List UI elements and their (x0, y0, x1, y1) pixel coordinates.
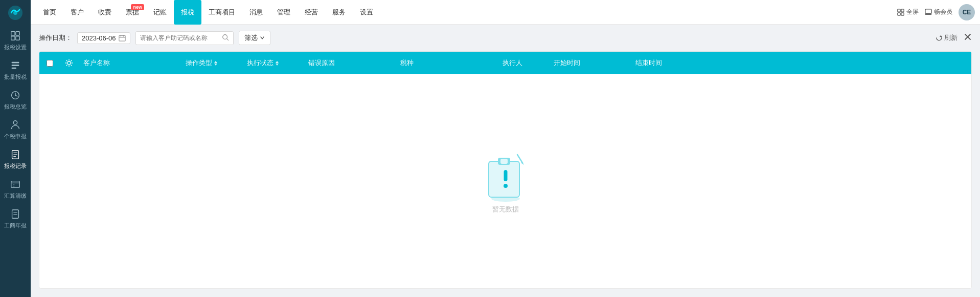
calendar-icon (119, 34, 126, 41)
filter-button[interactable]: 筛选 (239, 31, 270, 45)
svg-rect-8 (12, 68, 16, 69)
svg-rect-6 (12, 62, 19, 63)
topnav: 首页 客户 收费 票据 new 记账 报税 工商项目 消息 (31, 0, 980, 25)
svg-point-1 (13, 11, 17, 15)
svg-rect-15 (11, 181, 20, 188)
user-avatar[interactable]: CE (959, 4, 975, 20)
empty-text: 暂无数据 (492, 205, 519, 214)
svg-rect-22 (898, 9, 900, 11)
new-badge: new (131, 4, 144, 10)
table-header: 客户名称 操作类型 执行状态 错误原因 税种 执行人 (39, 52, 971, 74)
search-button[interactable] (218, 32, 233, 45)
nav-message[interactable]: 消息 (242, 0, 270, 25)
empty-state: 暂无数据 (39, 74, 971, 288)
settlement-icon (8, 178, 22, 190)
logo[interactable] (0, 0, 31, 26)
sidebar-item-personal-tax[interactable]: 个税申报 (0, 115, 31, 144)
nav-customer[interactable]: 客户 (63, 0, 91, 25)
tax-record-icon (8, 148, 22, 161)
filter-label: 筛选 (244, 33, 258, 43)
table-container: 客户名称 操作类型 执行状态 错误原因 税种 执行人 (39, 51, 972, 289)
svg-rect-3 (16, 32, 19, 35)
annual-report-icon (8, 208, 22, 220)
svg-rect-25 (901, 12, 904, 15)
sidebar-item-batch-tax[interactable]: 批量报税 (0, 55, 31, 85)
nav-bookkeeping[interactable]: 记账 (146, 0, 174, 25)
th-end-time: 结束时间 (630, 58, 702, 68)
search-input[interactable] (136, 32, 218, 44)
th-gear[interactable] (60, 59, 78, 67)
refresh-button[interactable]: 刷新 (935, 33, 958, 43)
sidebar-item-tax-overview[interactable]: 报税总览 (0, 85, 31, 115)
nav-manage[interactable]: 管理 (270, 0, 298, 25)
sidebar-item-annual-report[interactable]: 工商年报 (0, 204, 31, 234)
user-initials: CE (963, 9, 971, 16)
nav-operation[interactable]: 经营 (298, 0, 325, 25)
svg-line-33 (226, 38, 229, 40)
svg-rect-40 (500, 159, 508, 164)
tax-settings-icon (8, 30, 22, 42)
sidebar-item-tax-record[interactable]: 报税记录 (0, 144, 31, 174)
chevron-down-icon (260, 35, 265, 40)
empty-illustration (477, 148, 534, 205)
sidebar-label-tax-record: 报税记录 (4, 162, 27, 170)
th-customer-name: 客户名称 (78, 58, 180, 68)
svg-rect-24 (898, 12, 900, 15)
select-all-checkbox[interactable] (47, 60, 53, 67)
nav-service[interactable]: 服务 (325, 0, 353, 25)
sidebar-label-tax-overview: 报税总览 (4, 103, 27, 111)
search-icon (222, 34, 229, 41)
th-error-reason: 错误原因 (303, 58, 395, 68)
th-start-time: 开始时间 (549, 58, 630, 68)
nav-home[interactable]: 首页 (36, 0, 63, 25)
member-icon (925, 9, 932, 16)
nav-settings[interactable]: 设置 (353, 0, 380, 25)
svg-point-10 (13, 121, 17, 124)
svg-rect-7 (12, 65, 19, 66)
search-box (135, 31, 234, 45)
svg-point-36 (67, 61, 71, 65)
batch-tax-icon (8, 59, 22, 72)
sidebar: 报税设置 批量报税 报税总览 个税申报 (0, 0, 31, 297)
date-picker[interactable]: 2023-06-06 (77, 32, 130, 44)
sidebar-label-personal-tax: 个税申报 (4, 133, 27, 140)
svg-point-32 (222, 34, 227, 39)
svg-rect-41 (504, 170, 507, 181)
nav-items: 首页 客户 收费 票据 new 记账 报税 工商项目 消息 (36, 0, 897, 25)
table-body: 暂无数据 (39, 74, 971, 288)
member-button[interactable]: 畅会员 (925, 8, 952, 16)
sidebar-label-annual-report: 工商年报 (4, 222, 27, 229)
close-button[interactable] (964, 33, 972, 43)
th-operation-type[interactable]: 操作类型 (180, 58, 242, 68)
sidebar-label-tax-settings: 报税设置 (4, 44, 27, 51)
tax-overview-icon (8, 89, 22, 101)
svg-rect-4 (11, 36, 15, 40)
toolbar-right: 刷新 (935, 33, 972, 43)
toolbar: 操作日期： 2023-06-06 (31, 25, 980, 51)
fullscreen-icon (897, 9, 904, 16)
refresh-label: 刷新 (944, 33, 958, 43)
nav-tax[interactable]: 报税 (174, 0, 201, 25)
th-checkbox[interactable] (39, 60, 60, 67)
fullscreen-button[interactable]: 全屏 (897, 8, 919, 16)
nav-fee[interactable]: 收费 (91, 0, 119, 25)
sidebar-label-settlement: 汇算清缴 (4, 192, 27, 200)
close-icon (964, 33, 972, 41)
sort-execution-status-icon (276, 61, 279, 66)
svg-point-42 (504, 184, 508, 188)
sidebar-item-tax-settings[interactable]: 报税设置 (0, 26, 31, 55)
main-container: 首页 客户 收费 票据 new 记账 报税 工商项目 消息 (31, 0, 980, 297)
personal-tax-icon (8, 119, 22, 131)
refresh-icon (935, 34, 942, 41)
th-executor: 执行人 (497, 58, 549, 68)
nav-ticket[interactable]: 票据 new (119, 0, 146, 25)
sort-operation-type-icon (214, 61, 217, 66)
sidebar-item-settlement[interactable]: 汇算清缴 (0, 174, 31, 204)
th-execution-status[interactable]: 执行状态 (242, 58, 303, 68)
svg-rect-23 (901, 9, 904, 11)
nav-business[interactable]: 工商项目 (201, 0, 242, 25)
topnav-right: 全屏 畅会员 CE (897, 4, 975, 20)
th-tax-type: 税种 (395, 58, 497, 68)
svg-rect-28 (119, 36, 125, 41)
date-label: 操作日期： (39, 33, 72, 43)
